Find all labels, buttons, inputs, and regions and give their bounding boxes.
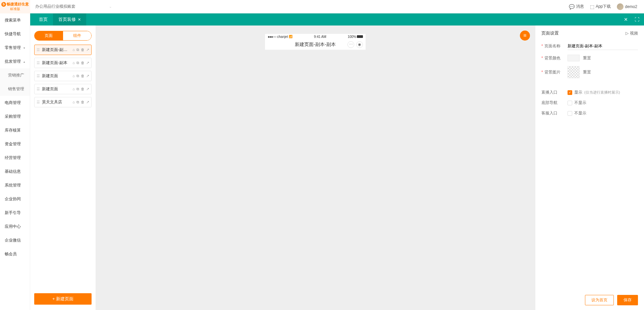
- sidebar-item-label: 企业微信: [5, 238, 21, 243]
- sidebar-item-label: 库存核算: [5, 127, 21, 133]
- close-all-icon[interactable]: ✕: [622, 15, 630, 23]
- copy-icon[interactable]: ⧉: [76, 48, 79, 52]
- bottom-nav-label: 底部导航: [541, 100, 564, 106]
- sidebar-item-2[interactable]: 零售管理▾: [0, 41, 30, 55]
- copy-icon[interactable]: ⧉: [76, 74, 79, 78]
- bg-color-label: 背景颜色: [541, 55, 564, 61]
- bottom-nav-checkbox[interactable]: [568, 101, 572, 105]
- sidebar-item-4[interactable]: 营销推广: [0, 68, 30, 82]
- share-icon[interactable]: ↗: [86, 74, 89, 78]
- bg-image-swatch[interactable]: [568, 66, 580, 78]
- messages-button[interactable]: 💬 消息: [569, 4, 584, 9]
- page-item-name: 新建页面: [42, 73, 70, 79]
- share-icon[interactable]: ↗: [86, 87, 89, 91]
- menu-toggle-button[interactable]: ≡: [520, 31, 530, 41]
- top-header: b畅捷通好生意 标准版 办公用品行业模拟账套 ⌄ 💬 消息 ⬚ App下载 de…: [0, 0, 644, 13]
- sidebar-item-0[interactable]: 搜索菜单: [0, 13, 30, 27]
- tab-0[interactable]: 首页: [34, 13, 53, 25]
- download-icon: ⬚: [590, 4, 594, 9]
- battery-icon: [357, 35, 363, 38]
- user-menu[interactable]: demo2: [617, 3, 637, 10]
- home-icon[interactable]: ⌂: [72, 87, 75, 91]
- tab-pages[interactable]: 页面: [35, 31, 63, 40]
- download-label: App下载: [596, 4, 611, 9]
- settings-title: 页面设置: [541, 30, 559, 36]
- chevron-down-icon: ⌄: [109, 5, 112, 8]
- close-icon[interactable]: ✕: [78, 17, 81, 22]
- sidebar-item-label: 零售管理: [5, 45, 21, 51]
- logo[interactable]: b畅捷通好生意 标准版: [0, 0, 30, 13]
- live-show-checkbox[interactable]: ✓: [568, 90, 572, 95]
- home-icon[interactable]: ⌂: [72, 61, 75, 65]
- sidebar-item-8[interactable]: 库存核算: [0, 123, 30, 137]
- page-item-name: 新建页面: [42, 86, 70, 92]
- page-name-input[interactable]: [568, 42, 638, 50]
- wifi-icon: 📶: [289, 35, 292, 38]
- sidebar-item-11[interactable]: 基础信息: [0, 165, 30, 178]
- home-icon[interactable]: ⌂: [72, 74, 75, 78]
- sidebar-item-6[interactable]: 电商管理: [0, 96, 30, 110]
- page-item-name: 新建页面-副本...: [42, 47, 70, 53]
- home-icon[interactable]: ⌂: [72, 100, 75, 104]
- messages-label: 消息: [576, 4, 584, 9]
- bg-color-swatch[interactable]: [568, 55, 580, 61]
- page-item-0[interactable]: ☰新建页面-副本...⌂⧉🗑↗: [34, 45, 92, 55]
- sidebar-item-10[interactable]: 经营管理: [0, 151, 30, 165]
- share-icon[interactable]: ↗: [86, 100, 89, 104]
- service-notshow-label: 不显示: [574, 110, 586, 116]
- delete-icon[interactable]: 🗑: [81, 100, 85, 104]
- drag-handle-icon[interactable]: ☰: [37, 74, 40, 78]
- fullscreen-icon[interactable]: ⛶: [633, 15, 641, 23]
- sidebar-item-9[interactable]: 资金管理: [0, 137, 30, 151]
- drag-handle-icon[interactable]: ☰: [37, 61, 40, 65]
- sidebar-item-7[interactable]: 采购管理: [0, 110, 30, 123]
- page-item-1[interactable]: ☰新建页面-副本⌂⧉🗑↗: [34, 58, 92, 68]
- share-icon[interactable]: ↗: [86, 48, 89, 52]
- bg-color-reset[interactable]: 重置: [583, 55, 591, 61]
- drag-handle-icon[interactable]: ☰: [37, 48, 40, 52]
- play-icon: ▷: [626, 31, 629, 36]
- share-icon[interactable]: ↗: [86, 61, 89, 65]
- home-icon[interactable]: ⌂: [72, 48, 75, 52]
- page-item-2[interactable]: ☰新建页面⌂⧉🗑↗: [34, 71, 92, 81]
- sidebar-item-3[interactable]: 批发管理▴: [0, 55, 30, 68]
- delete-icon[interactable]: 🗑: [81, 48, 85, 52]
- sidebar-item-12[interactable]: 系统管理: [0, 178, 30, 192]
- copy-icon[interactable]: ⧉: [76, 61, 79, 65]
- copy-icon[interactable]: ⧉: [76, 100, 79, 104]
- delete-icon[interactable]: 🗑: [81, 87, 85, 91]
- sidebar-item-label: 经营管理: [5, 155, 21, 161]
- sidebar-item-14[interactable]: 新手引导: [0, 206, 30, 220]
- bg-image-label: 背景图片: [541, 69, 564, 75]
- service-checkbox[interactable]: [568, 111, 572, 116]
- sidebar-item-15[interactable]: 应用中心: [0, 220, 30, 234]
- sidebar-item-label: 资金管理: [5, 141, 21, 147]
- account-selector[interactable]: 办公用品行业模拟账套 ⌄: [35, 4, 112, 9]
- drag-handle-icon[interactable]: ☰: [37, 87, 40, 91]
- sidebar-item-13[interactable]: 企业协同: [0, 192, 30, 206]
- phone-canvas[interactable]: [265, 50, 366, 215]
- drag-handle-icon[interactable]: ☰: [37, 100, 40, 104]
- sidebar-item-label: 系统管理: [5, 183, 21, 188]
- delete-icon[interactable]: 🗑: [81, 74, 85, 78]
- sidebar-item-16[interactable]: 企业微信: [0, 234, 30, 247]
- sidebar-item-1[interactable]: 快捷导航: [0, 27, 30, 41]
- sidebar-item-5[interactable]: 销售管理: [0, 82, 30, 96]
- sidebar-item-17[interactable]: 畅会员: [0, 247, 30, 261]
- save-button[interactable]: 保存: [617, 295, 638, 305]
- new-page-button[interactable]: + 新建页面: [34, 293, 92, 305]
- battery-percent: 100%: [347, 35, 356, 39]
- tab-1[interactable]: 首页装修✕: [53, 13, 86, 25]
- bg-image-reset[interactable]: 重置: [583, 69, 591, 75]
- app-download-button[interactable]: ⬚ App下载: [590, 4, 611, 9]
- sidebar-item-label: 应用中心: [5, 224, 21, 229]
- tab-components[interactable]: 组件: [63, 31, 92, 40]
- page-item-4[interactable]: ☰昊天文具店⌂⧉🗑↗: [34, 97, 92, 107]
- page-item-3[interactable]: ☰新建页面⌂⧉🗑↗: [34, 84, 92, 94]
- sidebar-item-label: 批发管理: [5, 59, 21, 64]
- page-item-name: 昊天文具店: [42, 99, 70, 105]
- set-home-button[interactable]: 设为首页: [585, 295, 614, 305]
- copy-icon[interactable]: ⧉: [76, 87, 79, 91]
- video-link[interactable]: ▷ 视频: [626, 31, 638, 36]
- delete-icon[interactable]: 🗑: [81, 61, 85, 65]
